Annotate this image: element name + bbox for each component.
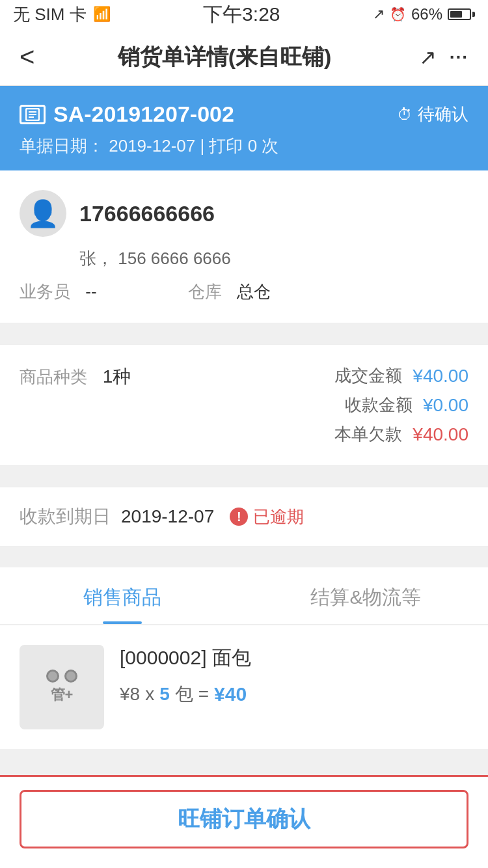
date-label: 单据日期：	[20, 136, 104, 156]
back-button[interactable]: <	[20, 42, 59, 72]
warehouse-value: 总仓	[237, 282, 271, 301]
doc-icon	[20, 105, 46, 124]
nav-bar: < 销货单详情(来自旺铺) ↗︎ ···	[0, 29, 488, 86]
product-list: 管+ [0000002] 面包 ¥8 x 5 包 = ¥40	[0, 625, 488, 750]
alarm-icon: ⏰	[390, 7, 406, 22]
location-icon: ↗	[373, 6, 385, 23]
type-count: 1种	[103, 366, 131, 387]
product-qty: 5	[159, 684, 170, 705]
order-status: ⏱ 待确认	[397, 103, 468, 126]
avatar: 👤	[20, 190, 66, 237]
summary-right: 成交金额 ¥40.00 收款金额 ¥0.00 本单欠款 ¥40.00	[334, 364, 468, 446]
bottom-bar: 旺铺订单确认	[0, 775, 488, 868]
wifi-icon: 📶	[93, 6, 111, 23]
due-label: 收款到期日	[20, 504, 111, 529]
print-unit: 次	[262, 136, 278, 156]
more-icon[interactable]: ···	[450, 47, 468, 68]
customer-card: 👤 17666666666 张， 156 6666 6666 业务员 -- 仓库…	[0, 170, 488, 323]
amount-value: ¥40.00	[413, 366, 468, 387]
product-thumb-inner: 管+	[20, 645, 104, 729]
unit-price: ¥8	[120, 684, 140, 705]
customer-phone: 17666666666	[79, 201, 215, 226]
print-label: 打印	[209, 136, 243, 156]
tab-settlement[interactable]: 结算&物流等	[244, 567, 488, 624]
type-label: 商品种类	[20, 367, 87, 387]
product-code: [0000002]	[120, 647, 206, 668]
customer-alt-phone: 156 6666 6666	[118, 249, 231, 268]
tab-sales-products[interactable]: 销售商品	[0, 567, 244, 624]
owed-row: 本单欠款 ¥40.00	[334, 423, 468, 446]
order-id: SA-20191207-002	[20, 102, 234, 127]
due-date-card: 收款到期日 2019-12-07 ! 已逾期	[0, 487, 488, 547]
order-date-row: 单据日期： 2019-12-07 | 打印 0 次	[20, 135, 468, 157]
time-display: 下午3:28	[203, 1, 280, 28]
sales-label: 业务员	[20, 282, 70, 301]
status-bar: 无 SIM 卡 📶 下午3:28 ↗ ⏰ 66%	[0, 0, 488, 29]
product-name: [0000002] 面包	[120, 645, 468, 671]
overdue-icon: !	[230, 508, 248, 526]
status-right: ↗ ⏰ 66%	[373, 5, 475, 23]
avatar-icon: 👤	[27, 198, 59, 229]
order-date: 2019-12-07	[109, 136, 195, 156]
nav-actions: ↗︎ ···	[390, 45, 468, 70]
battery-percent: 66%	[411, 5, 442, 23]
customer-meta: 业务员 -- 仓库 总仓	[20, 280, 468, 303]
order-header-banner: SA-20191207-002 ⏱ 待确认 单据日期： 2019-12-07 |…	[0, 86, 488, 170]
sales-value: --	[85, 282, 96, 301]
status-left: 无 SIM 卡 📶	[13, 3, 111, 26]
collected-label: 收款金额	[345, 394, 413, 416]
product-price: ¥8 x 5 包 = ¥40	[120, 682, 468, 707]
product-info: [0000002] 面包 ¥8 x 5 包 = ¥40	[120, 645, 468, 707]
battery-icon	[448, 8, 475, 20]
owed-label: 本单欠款	[334, 423, 402, 446]
collected-value: ¥0.00	[423, 395, 468, 416]
overdue-badge: ! 已逾期	[230, 506, 304, 528]
summary-row: 商品种类 1种 成交金额 ¥40.00 收款金额 ¥0.00 本单欠款 ¥40.…	[20, 364, 468, 446]
collected-row: 收款金额 ¥0.00	[345, 394, 468, 416]
owl-eyes	[46, 670, 77, 683]
customer-name: 张，	[79, 249, 113, 268]
tabs-bar: 销售商品 结算&物流等	[0, 567, 488, 625]
print-count: 0	[248, 136, 257, 156]
sales-meta: 业务员 --	[20, 280, 97, 303]
divider-1	[0, 323, 488, 334]
carrier-text: 无 SIM 卡	[13, 3, 87, 26]
owl-eye-right	[64, 670, 77, 683]
order-id-text: SA-20191207-002	[53, 102, 234, 127]
customer-row: 👤 17666666666	[20, 190, 468, 237]
summary-left: 商品种类 1种	[20, 364, 131, 389]
divider-2	[0, 466, 488, 476]
equals-sign: =	[198, 684, 209, 705]
product-unit: 包	[175, 682, 193, 707]
owl-text: 管+	[51, 685, 74, 705]
share-icon[interactable]: ↗︎	[419, 45, 437, 70]
due-value: 2019-12-07	[121, 506, 214, 527]
customer-sub-info: 张， 156 6666 6666	[20, 247, 468, 270]
brand-logo: 管+	[46, 670, 77, 705]
multiply-sign: x	[145, 684, 154, 705]
amount-label: 成交金额	[334, 364, 402, 387]
owed-value: ¥40.00	[413, 424, 468, 445]
overdue-text: 已逾期	[253, 506, 304, 528]
status-text: 待确认	[418, 103, 468, 126]
summary-card: 商品种类 1种 成交金额 ¥40.00 收款金额 ¥0.00 本单欠款 ¥40.…	[0, 344, 488, 466]
warehouse-meta: 仓库 总仓	[188, 280, 271, 303]
product-total: ¥40	[214, 683, 247, 705]
product-item: 管+ [0000002] 面包 ¥8 x 5 包 = ¥40	[0, 625, 488, 750]
product-title: 面包	[212, 647, 251, 668]
owl-eye-left	[46, 670, 59, 683]
amount-row: 成交金额 ¥40.00	[334, 364, 468, 387]
banner-id-row: SA-20191207-002 ⏱ 待确认	[20, 102, 468, 127]
divider-3	[0, 547, 488, 557]
confirm-order-button[interactable]: 旺铺订单确认	[20, 790, 468, 848]
warehouse-label: 仓库	[188, 282, 222, 301]
product-thumbnail: 管+	[20, 645, 104, 729]
clock-icon: ⏱	[397, 105, 413, 124]
page-title: 销货单详情(来自旺铺)	[59, 42, 390, 72]
